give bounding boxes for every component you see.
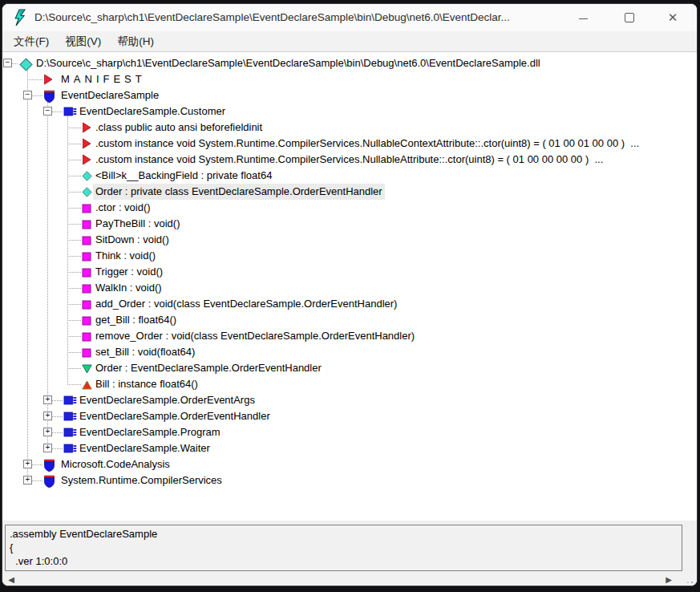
tree-item[interactable]: Order : private class EventDeclareSample… <box>2 184 697 200</box>
menu-help[interactable]: 帮助(H) <box>112 34 159 49</box>
namespace-icon <box>43 90 58 103</box>
tree-item[interactable]: .class public auto ansi beforefieldinit <box>2 120 697 136</box>
tree-item-label: SitDown : void() <box>93 232 172 248</box>
tree-item-label: EventDeclareSample.Customer <box>77 103 228 120</box>
class-icon <box>63 427 78 440</box>
tree-item[interactable]: <Bill>k__BackingField : private float64 <box>2 168 697 184</box>
expand-toggle[interactable]: + <box>23 460 32 468</box>
tree-item-label: Bill : instance float64() <box>93 376 200 392</box>
tree-item-label: Order : EventDeclareSample.OrderEventHan… <box>93 360 324 376</box>
maximize-icon <box>625 13 634 22</box>
minimize-button[interactable] <box>565 4 601 31</box>
tree-item[interactable]: .custom instance void System.Runtime.Com… <box>2 152 697 168</box>
tree-item[interactable]: +System.Runtime.CompilerServices <box>2 472 697 489</box>
tree-item[interactable]: Think : void() <box>2 248 697 264</box>
expand-toggle[interactable]: + <box>43 395 52 404</box>
tree-item[interactable]: get_Bill : float64() <box>2 312 697 328</box>
tree-connector <box>67 304 81 305</box>
scroll-right-icon[interactable]: ▶ <box>662 573 676 586</box>
tree-item[interactable]: WalkIn : void() <box>2 280 697 296</box>
assembly-icon <box>19 58 34 71</box>
tree-connector <box>67 128 81 128</box>
tree-item-label: .custom instance void System.Runtime.Com… <box>93 136 641 152</box>
tree-item-label: Trigger : void() <box>93 264 165 280</box>
horizontal-scrollbar[interactable]: ◀ ▶ <box>2 573 697 586</box>
tree-connector <box>52 416 63 417</box>
class-icon <box>63 106 78 120</box>
minimize-icon <box>579 18 588 19</box>
expand-toggle[interactable]: + <box>43 428 52 436</box>
tree-connector <box>67 352 81 353</box>
tree-item[interactable]: +EventDeclareSample.OrderEventHandler <box>2 408 697 424</box>
ildasm-window: D:\Source\c_sharp\ch1\EventDeclareSample… <box>2 3 698 586</box>
expand-toggle[interactable]: + <box>23 476 32 485</box>
tree-item[interactable]: .ctor : void() <box>2 200 697 216</box>
assembly-info-box: .assembly EventDeclareSample { .ver 1:0:… <box>5 525 682 571</box>
tree-connector <box>52 448 63 449</box>
close-button[interactable]: ✕ <box>655 4 690 31</box>
tree-item[interactable]: +EventDeclareSample.Program <box>2 424 697 440</box>
tree-connector <box>52 400 63 401</box>
tree-item[interactable]: remove_Order : void(class EventDeclareSa… <box>2 328 697 344</box>
tree-item[interactable]: Bill : instance float64() <box>2 376 697 392</box>
tree-item[interactable]: +EventDeclareSample.Waiter <box>2 440 697 456</box>
tree-connector <box>67 160 81 160</box>
tree-item[interactable]: +Microsoft.CodeAnalysis <box>2 456 697 472</box>
class-icon <box>63 395 78 408</box>
tree-item[interactable]: Order : EventDeclareSample.OrderEventHan… <box>2 360 697 376</box>
tree-item-label: WalkIn : void() <box>93 280 164 296</box>
assembly-tree[interactable]: −D:\Source\c_sharp\ch1\EventDeclareSampl… <box>2 52 697 521</box>
expand-toggle[interactable]: + <box>43 412 52 420</box>
maximize-button[interactable] <box>612 4 647 31</box>
tree-item-label: EventDeclareSample.OrderEventArgs <box>77 392 257 408</box>
collapse-toggle[interactable]: − <box>3 59 12 67</box>
tree-connector <box>32 464 42 465</box>
tree-item-label: get_Bill : float64() <box>93 312 179 328</box>
class-icon <box>63 411 78 424</box>
expand-toggle[interactable]: + <box>43 444 52 452</box>
tree-item[interactable]: PayTheBill : void() <box>2 216 697 232</box>
tree-item[interactable]: add_Order : void(class EventDeclareSampl… <box>2 296 697 312</box>
tree-item[interactable]: −EventDeclareSample.Customer <box>2 103 697 120</box>
tree-item-label: add_Order : void(class EventDeclareSampl… <box>93 296 399 312</box>
tree-item[interactable]: SitDown : void() <box>2 232 697 248</box>
menu-view[interactable]: 视图(V) <box>60 34 106 49</box>
class-icon <box>63 443 78 456</box>
tree-item-label: EventDeclareSample.OrderEventHandler <box>77 408 273 424</box>
tree-item[interactable]: MANIFEST <box>2 71 697 87</box>
tree-item-label: Microsoft.CodeAnalysis <box>59 456 172 472</box>
collapse-toggle[interactable]: − <box>23 91 32 99</box>
tree-item[interactable]: .custom instance void System.Runtime.Com… <box>2 136 697 152</box>
tree-connector <box>32 95 42 96</box>
menu-file[interactable]: 文件(F) <box>9 34 54 49</box>
tree-connector <box>27 79 42 80</box>
manifest-icon <box>43 74 58 87</box>
resize-grip-icon[interactable] <box>691 582 693 583</box>
ildasm-lightning-icon <box>12 9 28 26</box>
tree-item-label: Think : void() <box>93 248 158 264</box>
assembly-info-line: .ver 1:0:0:0 <box>10 554 678 568</box>
tree-item[interactable]: +EventDeclareSample.OrderEventArgs <box>2 392 697 408</box>
scroll-left-icon[interactable]: ◀ <box>4 573 18 586</box>
tree-item-label: .custom instance void System.Runtime.Com… <box>93 152 605 168</box>
tree-connector <box>12 63 18 64</box>
assembly-info-panel: .assembly EventDeclareSample { .ver 1:0:… <box>2 525 697 573</box>
tree-item-label: PayTheBill : void() <box>93 216 182 232</box>
tree-connector <box>67 384 81 385</box>
tree-connector <box>67 144 81 144</box>
tree-item[interactable]: −EventDeclareSample <box>2 87 697 103</box>
tree-item-label: System.Runtime.CompilerServices <box>59 472 225 489</box>
collapse-toggle[interactable]: − <box>43 107 52 116</box>
tree-item[interactable]: −D:\Source\c_sharp\ch1\EventDeclareSampl… <box>2 55 697 71</box>
tree-item[interactable]: set_Bill : void(float64) <box>2 344 697 360</box>
tree-connector <box>67 208 81 209</box>
tree-item-label: set_Bill : void(float64) <box>93 344 197 360</box>
namespace-icon <box>43 475 58 489</box>
tree-item-label: .class public auto ansi beforefieldinit <box>93 120 265 136</box>
tree-item[interactable]: Trigger : void() <box>2 264 697 280</box>
menu-bar: 文件(F) 视图(V) 帮助(H) <box>2 31 697 52</box>
assembly-info-line: { <box>10 541 678 554</box>
tree-connector <box>67 256 81 257</box>
tree-connector <box>67 320 81 321</box>
tree-item-label: Order : private class EventDeclareSample… <box>93 184 385 200</box>
